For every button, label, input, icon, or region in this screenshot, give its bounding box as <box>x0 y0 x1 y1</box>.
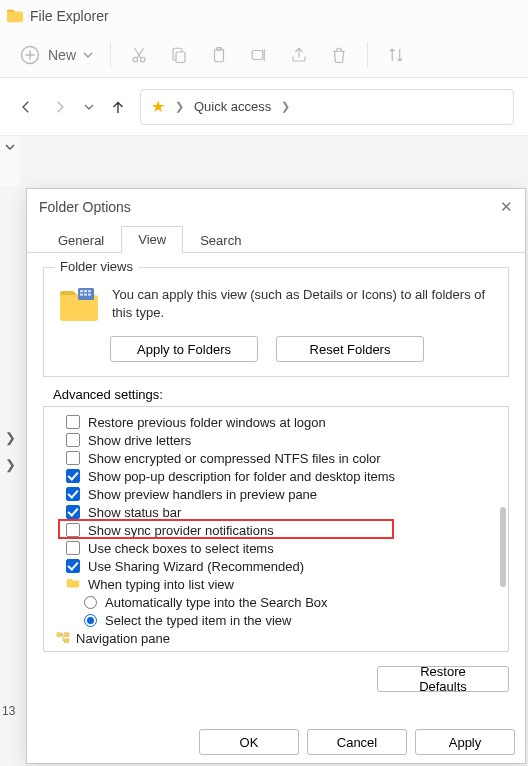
svg-point-1 <box>133 57 138 62</box>
svg-rect-3 <box>176 52 185 63</box>
cut-icon[interactable] <box>127 43 151 67</box>
tab-general[interactable]: General <box>41 227 121 253</box>
option-radio[interactable]: Automatically type into the Search Box <box>84 593 504 611</box>
star-icon: ★ <box>151 97 165 116</box>
option-checkbox[interactable]: Use check boxes to select items <box>66 539 504 557</box>
folder-views-group: Folder views You can apply this view (su… <box>43 267 509 377</box>
svg-rect-15 <box>65 633 69 636</box>
chevron-right-icon: ❯ <box>281 100 290 113</box>
option-checkbox[interactable]: Show status bar <box>66 503 504 521</box>
rename-icon[interactable] <box>247 43 271 67</box>
option-label: Show sync provider notifications <box>88 523 274 538</box>
svg-rect-12 <box>84 294 87 296</box>
apply-button[interactable]: Apply <box>415 729 515 755</box>
option-label: Restore previous folder windows at logon <box>88 415 326 430</box>
forward-icon[interactable] <box>48 95 72 119</box>
svg-rect-16 <box>65 639 69 642</box>
status-count: 13 <box>2 704 15 718</box>
option-checkbox[interactable]: Use Sharing Wizard (Recommended) <box>66 557 504 575</box>
option-label: Automatically type into the Search Box <box>105 595 328 610</box>
radio-icon <box>84 596 97 609</box>
recent-dropdown-icon[interactable] <box>82 95 96 119</box>
option-group: When typing into list view <box>66 575 504 593</box>
option-label: Show preview handlers in preview pane <box>88 487 317 502</box>
svg-rect-8 <box>80 290 83 292</box>
option-label: When typing into list view <box>88 577 234 592</box>
option-label: Use check boxes to select items <box>88 541 274 556</box>
toolbar-separator <box>110 42 111 68</box>
option-checkbox[interactable]: Show pop-up description for folder and d… <box>66 467 504 485</box>
tree-collapse-icon[interactable] <box>0 136 20 186</box>
checkbox-icon <box>66 541 80 555</box>
back-icon[interactable] <box>14 95 38 119</box>
checkbox-icon <box>66 523 80 537</box>
svg-point-2 <box>141 57 146 62</box>
checkbox-icon <box>66 451 80 465</box>
breadcrumb[interactable]: ★ ❯ Quick access ❯ <box>140 89 514 125</box>
option-checkbox[interactable]: Show encrypted or compressed NTFS files … <box>66 449 504 467</box>
option-label: Select the typed item in the view <box>105 613 291 628</box>
address-bar-row: ★ ❯ Quick access ❯ <box>0 78 528 136</box>
checkbox-icon <box>66 505 80 519</box>
chevron-right-icon[interactable]: ❯ <box>5 430 16 445</box>
option-label: Use Sharing Wizard (Recommended) <box>88 559 304 574</box>
option-label: Show pop-up description for folder and d… <box>88 469 395 484</box>
checkbox-icon <box>66 433 80 447</box>
folder-views-description: You can apply this view (such as Details… <box>112 286 494 321</box>
folder-views-legend: Folder views <box>54 259 139 274</box>
radio-icon <box>84 614 97 627</box>
toolbar-separator <box>367 42 368 68</box>
restore-defaults-button[interactable]: Restore Defaults <box>377 666 509 692</box>
option-checkbox[interactable]: Show sync provider notifications <box>66 521 504 539</box>
window-title: File Explorer <box>30 8 109 24</box>
command-bar: New <box>0 32 528 78</box>
up-icon[interactable] <box>106 95 130 119</box>
delete-icon[interactable] <box>327 43 351 67</box>
advanced-settings-label: Advanced settings: <box>53 387 509 402</box>
option-radio[interactable]: Select the typed item in the view <box>84 611 504 629</box>
folder-views-icon <box>58 286 100 324</box>
svg-rect-9 <box>84 290 87 292</box>
svg-rect-14 <box>57 633 61 636</box>
chevron-right-icon: ❯ <box>175 100 184 113</box>
new-button[interactable]: New <box>18 43 94 67</box>
share-icon[interactable] <box>287 43 311 67</box>
new-button-label: New <box>48 47 76 63</box>
option-label: Show drive letters <box>88 433 191 448</box>
chevron-right-icon[interactable]: ❯ <box>5 457 16 472</box>
ok-button[interactable]: OK <box>199 729 299 755</box>
breadcrumb-location: Quick access <box>194 99 271 114</box>
close-icon[interactable]: ✕ <box>500 198 513 216</box>
checkbox-icon <box>66 415 80 429</box>
folder-options-dialog: Folder Options ✕ General View Search Fol… <box>26 188 526 764</box>
option-checkbox[interactable]: Show drive letters <box>66 431 504 449</box>
checkbox-icon <box>66 487 80 501</box>
svg-rect-10 <box>88 290 91 292</box>
checkbox-icon <box>66 469 80 483</box>
apply-to-folders-button[interactable]: Apply to Folders <box>110 336 258 362</box>
option-checkbox[interactable]: Restore previous folder windows at logon <box>66 413 504 431</box>
option-label: Show status bar <box>88 505 181 520</box>
paste-icon[interactable] <box>207 43 231 67</box>
svg-rect-13 <box>88 294 91 296</box>
copy-icon[interactable] <box>167 43 191 67</box>
chevron-down-icon <box>82 43 94 67</box>
checkbox-icon <box>66 559 80 573</box>
option-label: Show encrypted or compressed NTFS files … <box>88 451 381 466</box>
sort-icon[interactable] <box>384 43 408 67</box>
reset-folders-button[interactable]: Reset Folders <box>276 336 424 362</box>
scrollbar-thumb[interactable] <box>500 507 506 587</box>
tab-view[interactable]: View <box>121 226 183 253</box>
advanced-settings-list[interactable]: Restore previous folder windows at logon… <box>43 406 509 652</box>
dialog-title: Folder Options <box>39 199 131 215</box>
plus-circle-icon <box>18 43 42 67</box>
window-titlebar: File Explorer <box>0 0 528 32</box>
option-label: Navigation pane <box>76 631 170 646</box>
cancel-button[interactable]: Cancel <box>307 729 407 755</box>
svg-rect-6 <box>252 50 263 59</box>
option-tree[interactable]: Navigation pane <box>56 629 504 647</box>
tab-search[interactable]: Search <box>183 227 258 253</box>
svg-rect-11 <box>80 294 83 296</box>
folder-icon <box>6 8 24 24</box>
option-checkbox[interactable]: Show preview handlers in preview pane <box>66 485 504 503</box>
